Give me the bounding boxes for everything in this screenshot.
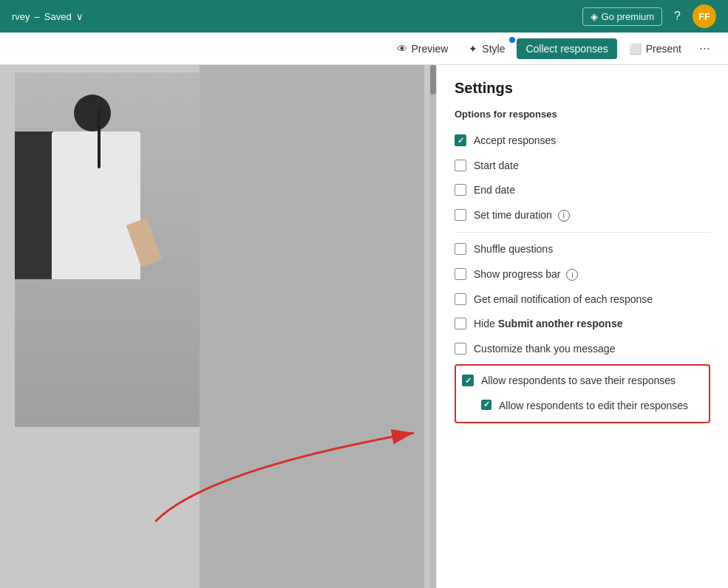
preview-image (15, 72, 200, 427)
style-icon: ✦ (469, 43, 477, 55)
checkbox-time-duration[interactable] (455, 209, 466, 221)
nav-right: ◈ Go premium ? FF (582, 4, 716, 28)
checkbox-hide-submit[interactable] (455, 318, 466, 329)
option-start-date[interactable]: Start date (455, 154, 710, 179)
nav-separator: – (35, 11, 40, 22)
info-icon-progress[interactable]: i (566, 269, 578, 281)
scrollbar-thumb[interactable] (430, 65, 436, 95)
label-save-responses: Allow respondents to save their response… (481, 374, 676, 389)
main-layout: Settings Options for responses Accept re… (0, 65, 728, 588)
checkbox-end-date[interactable] (455, 184, 466, 196)
preview-icon: 👁 (397, 43, 407, 55)
label-time-duration: Set time duration i (474, 208, 570, 223)
highlight-box: Allow respondents to save their response… (455, 364, 710, 423)
collect-responses-button[interactable]: Collect responses (517, 38, 616, 59)
checkbox-accept[interactable] (455, 134, 466, 146)
left-scrollbar[interactable] (430, 65, 436, 588)
preview-label: Preview (412, 43, 449, 55)
checkbox-edit-responses[interactable] (481, 400, 491, 410)
premium-label: Go premium (602, 11, 655, 22)
option-shuffle[interactable]: Shuffle questions (455, 237, 710, 262)
present-label: Present (646, 43, 681, 55)
checkbox-email-notif[interactable] (455, 293, 466, 305)
label-start-date: Start date (474, 159, 519, 174)
label-accept: Accept responses (474, 134, 556, 148)
label-end-date: End date (474, 183, 515, 198)
style-badge (509, 37, 515, 43)
label-shuffle: Shuffle questions (474, 242, 553, 257)
option-save-responses[interactable]: Allow respondents to save their response… (456, 369, 709, 394)
option-time-duration[interactable]: Set time duration i (455, 203, 710, 228)
app-title: rvey (12, 11, 30, 22)
diamond-icon: ◈ (591, 11, 598, 22)
option-progress-bar[interactable]: Show progress bar i (455, 262, 710, 287)
nav-left: rvey – Saved ∨ (12, 11, 84, 22)
chevron-icon[interactable]: ∨ (76, 11, 84, 22)
label-progress-bar: Show progress bar i (474, 267, 578, 282)
option-email-notif[interactable]: Get email notification of each response (455, 287, 710, 312)
section-title: Options for responses (455, 109, 710, 120)
collect-label: Collect responses (525, 43, 608, 55)
survey-preview (0, 65, 430, 588)
checkbox-thank-you[interactable] (455, 343, 466, 355)
more-button[interactable]: ··· (693, 38, 716, 59)
go-premium-button[interactable]: ◈ Go premium (582, 7, 663, 26)
checkbox-start-date[interactable] (455, 160, 466, 171)
checkbox-shuffle[interactable] (455, 243, 466, 255)
present-icon: ⬜ (629, 43, 642, 55)
left-panel (0, 65, 436, 588)
option-end-date[interactable]: End date (455, 178, 710, 203)
divider-1 (455, 232, 710, 233)
option-accept-responses[interactable]: Accept responses (455, 129, 710, 154)
style-button[interactable]: ✦ Style (460, 38, 514, 59)
label-thank-you: Customize thank you message (474, 342, 615, 357)
label-hide-submit: Hide Submit another response (474, 317, 623, 332)
option-hide-submit[interactable]: Hide Submit another response (455, 312, 710, 337)
style-label: Style (482, 43, 505, 55)
settings-title: Settings (455, 80, 710, 97)
checkbox-save-responses[interactable] (462, 375, 474, 386)
top-nav: rvey – Saved ∨ ◈ Go premium ? FF (0, 0, 728, 33)
settings-panel: Settings Options for responses Accept re… (436, 65, 728, 588)
option-edit-responses[interactable]: Allow respondents to edit their response… (475, 394, 709, 419)
option-thank-you[interactable]: Customize thank you message (455, 337, 710, 362)
help-button[interactable]: ? (671, 7, 684, 26)
label-email-notif: Get email notification of each response (474, 293, 653, 307)
checkbox-progress-bar[interactable] (455, 268, 466, 280)
info-icon-time[interactable]: i (558, 210, 570, 222)
avatar[interactable]: FF (693, 4, 716, 28)
present-button[interactable]: ⬜ Present (620, 38, 690, 59)
annotation-arrow (133, 411, 436, 544)
label-edit-responses: Allow respondents to edit their response… (499, 399, 688, 414)
toolbar: 👁 Preview ✦ Style Collect responses ⬜ Pr… (0, 33, 728, 65)
saved-status: Saved (44, 11, 72, 22)
preview-button[interactable]: 👁 Preview (388, 38, 457, 59)
